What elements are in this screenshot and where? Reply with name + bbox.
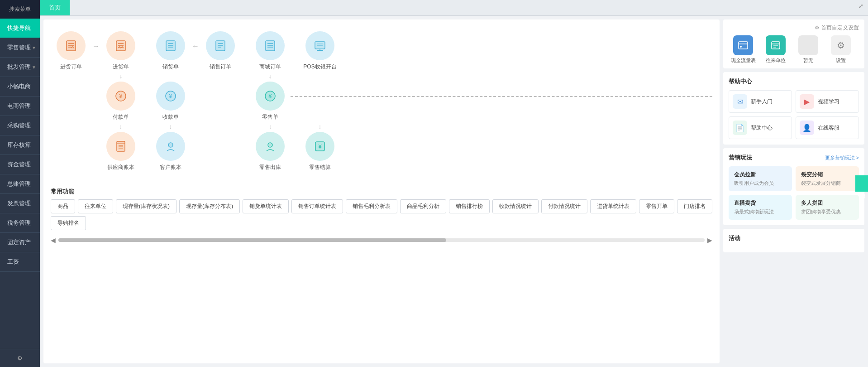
func-btn-payment-stats[interactable]: 付款情况统计 xyxy=(541,199,587,213)
scrollbar: ◀ ▶ xyxy=(51,235,712,246)
sidebar-item-inventory[interactable]: 库存核算 xyxy=(0,135,40,155)
quick-nav-partner[interactable]: 往来单位 xyxy=(761,35,790,64)
sales-icon xyxy=(156,31,185,60)
float-buttons: 客服热线 服务社区 桌面快捷 xyxy=(855,175,868,192)
func-btn-product-profit[interactable]: 商品毛利分析 xyxy=(400,199,446,213)
down-arrow-receipt: ↓ xyxy=(150,123,191,130)
svg-rect-26 xyxy=(317,50,323,51)
marketing-item-member[interactable]: 会员拉新 吸引用户成为会员 xyxy=(729,166,792,191)
retail-outbound-icon xyxy=(256,132,285,161)
sidebar-item-finance[interactable]: 资金管理 xyxy=(0,155,40,174)
help-center-section: 帮助中心 ✉ 新手入门 ▶ 视频学习 📄 帮助中心 👤 xyxy=(723,72,864,145)
scroll-thumb xyxy=(58,238,446,242)
sidebar-item-ledger[interactable]: 总账管理 xyxy=(0,174,40,194)
func-btn-retail-order[interactable]: 零售开单 xyxy=(639,199,674,213)
chevron-down-icon: ▼ xyxy=(32,65,36,70)
func-btn-guide-rank[interactable]: 导购排名 xyxy=(51,216,86,230)
flow-node-customer-book[interactable]: 客户账本 xyxy=(150,132,191,171)
marketing-section: 营销玩法 更多营销玩法 > 会员拉新 吸引用户成为会员 裂变分销 裂变式发展分销… xyxy=(723,148,864,225)
flow-diagram: 进货订单 → xyxy=(51,27,712,182)
sidebar-item-salary[interactable]: 工资 xyxy=(0,252,40,272)
func-btn-inventory-dist[interactable]: 现存量(库存分布表) xyxy=(179,199,240,213)
float-service-btn[interactable]: 客服热线 xyxy=(855,175,868,181)
flow-node-receipt[interactable]: ¥ 收款单 xyxy=(150,82,191,121)
fission-title: 裂变分销 xyxy=(801,171,854,179)
sales-order-icon xyxy=(206,31,235,60)
marketing-more-link[interactable]: 更多营销玩法 > xyxy=(825,155,859,161)
marketing-item-group[interactable]: 多人拼团 拼团购物享受优惠 xyxy=(796,195,859,220)
svg-rect-19 xyxy=(266,41,275,51)
func-btn-purchase-stats[interactable]: 进货单统计表 xyxy=(590,199,636,213)
sidebar-item-retail[interactable]: 零售管理 ▼ xyxy=(0,38,40,58)
help-items-grid: ✉ 新手入门 ▶ 视频学习 📄 帮助中心 👤 在线客服 xyxy=(729,90,859,139)
sidebar-item-invoice[interactable]: 发票管理 xyxy=(0,194,40,213)
help-item-video[interactable]: ▶ 视频学习 xyxy=(796,90,859,113)
float-community-btn[interactable]: 服务社区 xyxy=(855,181,868,186)
float-desktop-btn[interactable]: 桌面快捷 xyxy=(855,186,868,192)
sidebar-settings-button[interactable]: ⚙ xyxy=(0,349,40,367)
func-btn-sales-profit[interactable]: 销售毛利分析表 xyxy=(346,199,397,213)
sidebar-item-tax[interactable]: 税务管理 xyxy=(0,213,40,233)
marketing-item-live[interactable]: 直播卖货 场景式购物新玩法 xyxy=(729,195,792,220)
func-btn-product[interactable]: 商品 xyxy=(51,199,75,213)
flow-node-sales[interactable]: 销货单 xyxy=(150,31,191,71)
flow-node-payment[interactable]: ¥ 付款单 xyxy=(100,82,141,121)
func-btn-sales-rank[interactable]: 销售排行榜 xyxy=(449,199,490,213)
quick-nav-cashflow[interactable]: 现金流量表 xyxy=(729,35,758,64)
svg-point-54 xyxy=(740,46,742,48)
help-item-help[interactable]: 📄 帮助中心 xyxy=(729,116,792,139)
supplier-book-icon xyxy=(106,132,135,161)
sidebar-item-quick-nav[interactable]: 快捷导航 xyxy=(0,19,40,38)
sidebar-item-purchase[interactable]: 采购管理 xyxy=(0,116,40,135)
group-title: 多人拼团 xyxy=(801,199,854,207)
right-panel: ⚙ 首页自定义设置 现金流量表 xyxy=(723,16,868,367)
help-item-service[interactable]: 👤 在线客服 xyxy=(796,116,859,139)
chevron-down-icon: ▼ xyxy=(32,45,36,50)
sidebar-item-fixed-assets[interactable]: 固定资产 xyxy=(0,233,40,252)
fullscreen-button[interactable]: ⤢ xyxy=(854,0,868,15)
scroll-left-button[interactable]: ◀ xyxy=(51,237,56,244)
func-btn-sales-order-stats[interactable]: 销售订单统计表 xyxy=(291,199,343,213)
help-center-title: 帮助中心 xyxy=(729,77,859,86)
partner-icon xyxy=(766,35,786,55)
sidebar-search[interactable]: 搜索菜单 xyxy=(0,0,40,19)
flow-node-sales-order[interactable]: 销售订单 xyxy=(200,31,241,71)
tab-bar: 首页 ⤢ xyxy=(40,0,868,16)
sidebar-item-ecom[interactable]: 小畅电商 xyxy=(0,77,40,97)
help-doc-icon: 📄 xyxy=(733,121,747,135)
func-btn-store-rank[interactable]: 门店排名 xyxy=(677,199,712,213)
quick-nav-none[interactable]: 暂无 xyxy=(794,35,823,64)
flow-node-retail-outbound[interactable]: 零售出库 xyxy=(250,132,291,171)
down-arrow-retail: ↓ xyxy=(250,123,291,130)
func-btn-partner[interactable]: 往来单位 xyxy=(78,199,113,213)
func-btn-sales-stats[interactable]: 销货单统计表 xyxy=(243,199,289,213)
customize-settings-link[interactable]: ⚙ 首页自定义设置 xyxy=(815,24,859,32)
sidebar-item-ecom-mgmt[interactable]: 电商管理 xyxy=(0,97,40,116)
func-btn-receipt-stats[interactable]: 收款情况统计 xyxy=(492,199,539,213)
flow-node-mall-order[interactable]: 商城订单 xyxy=(250,31,291,71)
flow-node-pos[interactable]: POS收银开台 xyxy=(300,31,340,71)
svg-text:¥: ¥ xyxy=(318,143,322,150)
flow-node-supplier-book[interactable]: 供应商账本 xyxy=(100,132,141,171)
marketing-item-fission[interactable]: 裂变分销 裂变式发展分销商 xyxy=(796,166,859,191)
quick-nav-settings[interactable]: ⚙ 设置 xyxy=(826,35,855,64)
flow-node-retail[interactable]: ¥ 零售单 xyxy=(250,82,291,121)
flow-node-retail-settlement[interactable]: ¥ 零售结算 xyxy=(300,132,340,171)
marketing-header: 营销玩法 更多营销玩法 > xyxy=(729,154,859,162)
function-buttons-grid: 商品 往来单位 现存量(库存状况表) 现存量(库存分布表) 销货单统计表 销售订… xyxy=(51,199,712,230)
svg-text:¥: ¥ xyxy=(168,92,172,100)
svg-rect-14 xyxy=(216,41,225,51)
help-item-beginner[interactable]: ✉ 新手入门 xyxy=(729,90,792,113)
func-btn-inventory-status[interactable]: 现存量(库存状况表) xyxy=(116,199,176,213)
scroll-track[interactable] xyxy=(58,238,705,242)
tab-home[interactable]: 首页 xyxy=(40,0,70,15)
retail-settlement-icon: ¥ xyxy=(305,132,334,161)
flow-node-purchase-order[interactable]: 进货订单 xyxy=(51,31,91,71)
left-panel: 进货订单 → xyxy=(43,19,720,363)
flow-node-purchase[interactable]: 进货单 xyxy=(100,31,141,71)
member-title: 会员拉新 xyxy=(734,171,787,179)
member-sub: 吸引用户成为会员 xyxy=(734,180,787,187)
sidebar-item-wholesale[interactable]: 批发管理 ▼ xyxy=(0,58,40,77)
scroll-right-button[interactable]: ▶ xyxy=(707,237,712,244)
activity-title: 活动 xyxy=(729,234,859,242)
